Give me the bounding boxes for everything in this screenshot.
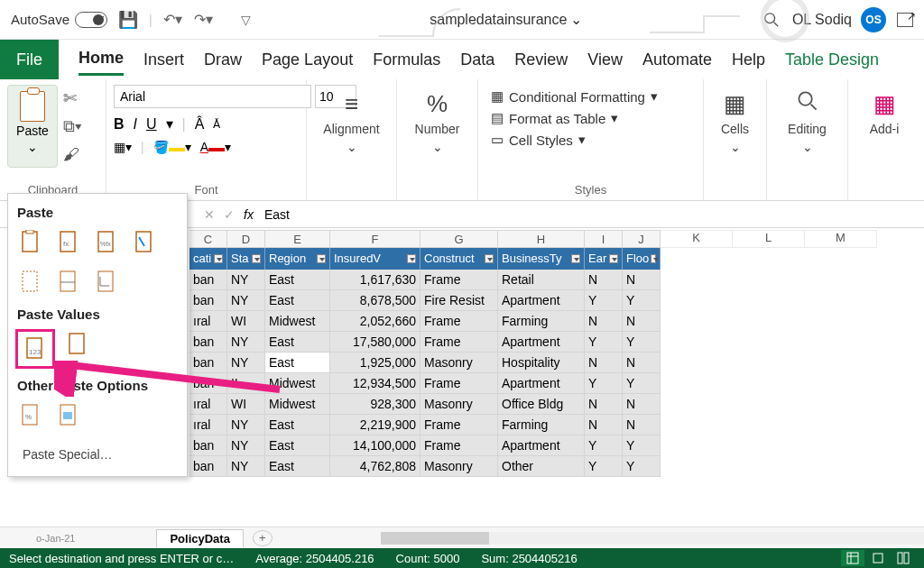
table-header-cell[interactable]: Sta (227, 248, 265, 270)
h-scroll-thumb[interactable] (381, 532, 489, 545)
cell[interactable]: ıral (189, 394, 227, 415)
filter-icon[interactable] (485, 254, 494, 263)
paste-formatting-icon[interactable]: % (15, 400, 46, 431)
cell[interactable]: 2,052,660 (330, 311, 420, 332)
paste-transpose-icon[interactable] (91, 267, 122, 298)
col-letter[interactable]: E (265, 230, 330, 248)
cell[interactable]: WI (227, 394, 265, 415)
cell[interactable]: Y (623, 373, 661, 394)
tab-file[interactable]: File (0, 40, 59, 79)
cell[interactable]: Frame (420, 415, 498, 435)
cell[interactable]: Office Bldg (498, 394, 585, 415)
cell[interactable]: NY (227, 332, 265, 353)
borders-button[interactable]: ▦▾ (114, 140, 132, 154)
alignment-button[interactable]: ≡ Alignment ⌄ (314, 85, 389, 160)
paste-button[interactable]: Paste ⌄ (7, 85, 58, 168)
table-header-cell[interactable]: Construct (420, 248, 498, 270)
cell[interactable]: 17,580,000 (330, 332, 420, 353)
cell[interactable]: Y (623, 456, 661, 477)
cell-styles-button[interactable]: ▭Cell Styles▾ (491, 132, 690, 148)
cell[interactable]: Frame (420, 332, 498, 353)
search-icon[interactable] (762, 10, 781, 30)
decrease-font-icon[interactable]: Ǎ (213, 118, 220, 131)
cell[interactable]: N (585, 394, 623, 415)
cell[interactable]: ıral (189, 311, 227, 332)
paste-col-width-icon[interactable] (53, 267, 84, 298)
cells-button[interactable]: ▦ Cells⌄ (711, 85, 759, 160)
tab-page-layout[interactable]: Page Layout (262, 45, 353, 75)
cell[interactable]: N (623, 394, 661, 415)
cell[interactable]: East (265, 270, 330, 290)
font-color-button[interactable]: A▾ (200, 140, 231, 154)
filter-icon[interactable] (407, 254, 416, 263)
paste-keep-fmt-icon[interactable] (129, 227, 160, 258)
filter-icon[interactable] (571, 254, 580, 263)
filter-icon[interactable] (317, 254, 326, 263)
cell[interactable]: 1,925,000 (330, 353, 420, 373)
cell[interactable]: ban (189, 435, 227, 456)
user-area[interactable]: OL Sodiq OS (792, 7, 886, 32)
fill-color-button[interactable]: 🪣▾ (153, 140, 191, 154)
paste-formulas-icon[interactable]: fx (53, 227, 84, 258)
undo-icon[interactable]: ↶▾ (163, 10, 183, 30)
redo-icon[interactable]: ↷▾ (194, 10, 214, 30)
confirm-icon[interactable]: ✓ (224, 207, 235, 222)
col-letter[interactable]: K (661, 230, 733, 248)
autosave-toggle[interactable]: AutoSave Off (11, 12, 107, 28)
fx-icon[interactable]: fx (244, 207, 254, 222)
cell[interactable]: Midwest (265, 311, 330, 332)
bold-button[interactable]: B (114, 116, 125, 133)
tab-draw[interactable]: Draw (204, 45, 242, 75)
formula-input[interactable] (263, 206, 919, 224)
underline-button[interactable]: U (146, 116, 157, 133)
cell[interactable]: N (585, 270, 623, 290)
cell[interactable]: WI (227, 311, 265, 332)
cell[interactable]: 14,100,000 (330, 435, 420, 456)
view-page-layout[interactable] (866, 550, 890, 566)
sheet-tab[interactable]: PolicyData (156, 529, 243, 547)
cell[interactable]: 928,300 (330, 394, 420, 415)
tab-review[interactable]: Review (514, 45, 568, 75)
filter-icon[interactable] (252, 254, 261, 263)
cell[interactable]: ban (189, 270, 227, 290)
cell[interactable]: N (585, 311, 623, 332)
col-letter[interactable]: L (733, 230, 805, 248)
cell[interactable]: East (265, 456, 330, 477)
cell[interactable]: N (585, 415, 623, 435)
cell[interactable]: Y (623, 290, 661, 311)
cell[interactable]: NY (227, 415, 265, 435)
cell[interactable]: 12,934,500 (330, 373, 420, 394)
col-letter[interactable]: G (420, 230, 498, 248)
cell[interactable]: Retail (498, 270, 585, 290)
paste-formulas-num-icon[interactable]: %fx (91, 227, 122, 258)
cell[interactable]: Y (585, 332, 623, 353)
tab-insert[interactable]: Insert (143, 45, 184, 75)
tab-automate[interactable]: Automate (642, 45, 712, 75)
tab-home[interactable]: Home (79, 43, 124, 76)
conditional-formatting-button[interactable]: ▦Conditional Formatting▾ (491, 88, 690, 105)
cell[interactable]: Y (623, 332, 661, 353)
cell[interactable]: ıral (189, 415, 227, 435)
number-button[interactable]: % Number ⌄ (404, 85, 470, 160)
cell[interactable]: East (265, 290, 330, 311)
cell[interactable]: Frame (420, 373, 498, 394)
col-letter[interactable]: D (227, 230, 265, 248)
cell[interactable]: N (623, 353, 661, 373)
cell[interactable]: East (265, 435, 330, 456)
filter-icon[interactable] (651, 254, 656, 263)
cell[interactable]: 2,219,900 (330, 415, 420, 435)
cell[interactable]: Y (585, 290, 623, 311)
filter-icon[interactable] (609, 254, 618, 263)
filter-icon[interactable] (214, 254, 223, 263)
toggle-switch[interactable]: Off (75, 12, 107, 28)
cell[interactable]: Masonry (420, 456, 498, 477)
cell[interactable]: Fire Resist (420, 290, 498, 311)
paste-special-item[interactable]: Paste Special… (14, 440, 181, 469)
cell[interactable]: Apartment (498, 332, 585, 353)
cell[interactable]: Apartment (498, 435, 585, 456)
cell[interactable]: Y (623, 435, 661, 456)
cell[interactable]: 8,678,500 (330, 290, 420, 311)
addins-button[interactable]: ▦ Add-i (855, 85, 913, 142)
paste-all-icon[interactable] (15, 227, 46, 258)
cell[interactable]: NY (227, 456, 265, 477)
